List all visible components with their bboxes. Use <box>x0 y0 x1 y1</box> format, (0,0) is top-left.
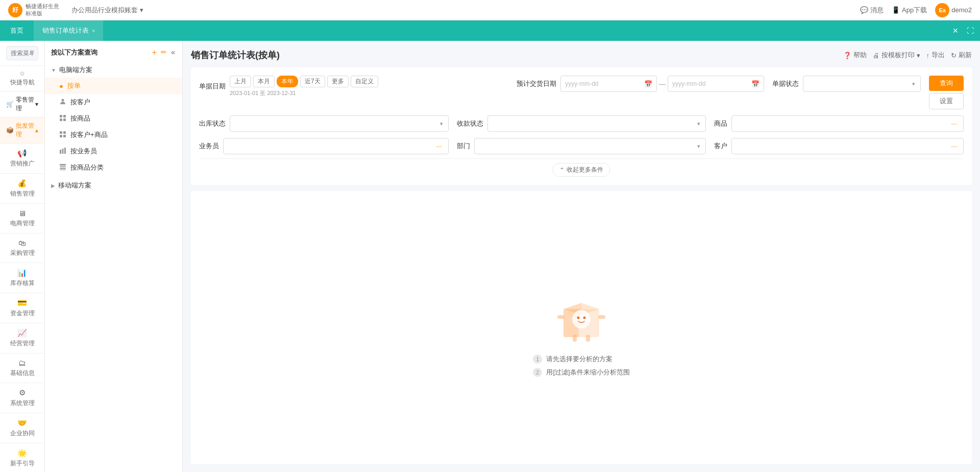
page-title: 销售订单统计表(按单) <box>191 49 280 61</box>
scheme-section-pc: ▼ 电脑端方案 ● 按单 按客户 <box>45 62 182 176</box>
customer-more-button[interactable]: ··· <box>949 142 959 150</box>
salesman-more-button[interactable]: ··· <box>434 142 444 150</box>
add-scheme-button[interactable]: + <box>151 47 158 58</box>
sidebar-item-wholesale[interactable]: 📦 批发管理 ▴ <box>0 117 44 144</box>
sidebar-search-area <box>0 41 44 66</box>
tab-close-all-icon[interactable]: ✕ <box>950 25 961 37</box>
date-btn-this-year[interactable]: 本年 <box>277 76 298 87</box>
page-header: 销售订单统计表(按单) ❓ 帮助 🖨 按模板打印 ▾ ↑ 导出 <box>191 49 972 61</box>
app-download-button[interactable]: 📱 App下载 <box>892 6 927 15</box>
date-btn-custom[interactable]: 自定义 <box>351 76 378 87</box>
hint-num-2: 2 <box>533 368 542 377</box>
expected-date-label: 预计交货日期 <box>517 79 556 88</box>
settings-button[interactable]: 设置 <box>929 93 964 109</box>
management-icon: 📈 <box>17 328 27 338</box>
pc-section-title[interactable]: ▼ 电脑端方案 <box>45 62 182 78</box>
date-btn-last-month[interactable]: 上月 <box>230 76 251 87</box>
goods-more-button[interactable]: ··· <box>949 120 959 128</box>
sidebar-item-basics[interactable]: 🗂 基础信息 <box>0 353 44 383</box>
department-select[interactable]: ▾ <box>474 138 706 154</box>
empty-hint-1: 1 请先选择要分析的方案 <box>533 355 629 364</box>
circle-icon: ● <box>59 82 63 90</box>
edit-scheme-button[interactable]: ✏ <box>160 47 168 58</box>
logo-icon: 好 <box>8 3 22 17</box>
tab-expand-icon[interactable]: ⛶ <box>965 25 976 37</box>
out-status-select[interactable]: ▾ <box>230 115 449 132</box>
scheme-item-by-order[interactable]: ● 按单 <box>45 78 182 94</box>
expected-end-input[interactable]: yyyy-mm-dd <box>672 80 749 87</box>
sidebar-item-sales[interactable]: 💰 销售管理 <box>0 174 44 204</box>
sidebar-item-ecommerce[interactable]: 🖥 电商管理 <box>0 204 44 233</box>
message-icon: 💬 <box>860 6 868 14</box>
svg-rect-1 <box>60 115 62 117</box>
svg-rect-8 <box>63 135 66 137</box>
chevron-down-icon: ▾ <box>140 6 143 14</box>
scheme-item-by-category[interactable]: 按商品分类 <box>45 159 182 176</box>
date-btn-7days[interactable]: 近7天 <box>300 76 325 87</box>
svg-rect-7 <box>60 135 62 137</box>
svg-rect-11 <box>64 148 66 154</box>
scheme-item-by-salesman[interactable]: 按业务员 <box>45 143 182 159</box>
scheme-item-by-goods[interactable]: 按商品 <box>45 110 182 127</box>
empty-hint-2: 2 用[过滤]条件来缩小分析范围 <box>533 368 629 377</box>
svg-rect-15 <box>60 170 66 170</box>
expected-start-input[interactable]: yyyy-mm-dd <box>565 80 642 87</box>
print-button[interactable]: 🖨 按模板打印 ▾ <box>873 51 920 60</box>
help-button[interactable]: ❓ 帮助 <box>843 51 867 60</box>
chevron-up-icon: ▴ <box>35 127 38 134</box>
svg-rect-14 <box>60 168 66 169</box>
search-input[interactable] <box>6 46 38 60</box>
mobile-section-title[interactable]: ▶ 移动端方案 <box>45 178 182 193</box>
department-arrow: ▾ <box>697 143 700 150</box>
collapse-row: ⌃ 收起更多条件 <box>199 158 964 181</box>
grid2-icon <box>59 131 66 139</box>
query-button[interactable]: 查询 <box>929 76 964 91</box>
export-button[interactable]: ↑ 导出 <box>926 51 945 60</box>
sidebar-item-shortcut[interactable]: ☆ 快捷导航 <box>0 66 44 91</box>
date-btn-more[interactable]: 更多 <box>327 76 349 87</box>
sidebar-item-system[interactable]: ⚙ 系统管理 <box>0 383 44 413</box>
sidebar-item-inventory[interactable]: 📊 库存核算 <box>0 263 44 293</box>
out-status-label: 出库状态 <box>199 119 226 128</box>
calendar-start-icon[interactable]: 📅 <box>644 80 652 88</box>
empty-state-container: 1 请先选择要分析的方案 2 用[过滤]条件来缩小分析范围 <box>191 191 972 464</box>
sidebar-item-retail[interactable]: 🛒 零售管理 ▾ <box>0 91 44 117</box>
system-icon: ⚙ <box>19 388 26 397</box>
sidebar-item-marketing[interactable]: 📢 营销推广 <box>0 144 44 174</box>
message-button[interactable]: 💬 消息 <box>860 6 884 15</box>
sidebar-item-finance[interactable]: 💳 资金管理 <box>0 293 44 323</box>
calendar-end-icon[interactable]: 📅 <box>751 80 760 88</box>
date-btn-this-month[interactable]: 本月 <box>253 76 275 87</box>
bill-status-select[interactable]: ▾ <box>803 76 921 92</box>
empty-hints: 1 请先选择要分析的方案 2 用[过滤]条件来缩小分析范围 <box>533 355 629 377</box>
svg-point-18 <box>572 310 591 328</box>
panel-header: 按以下方案查询 + ✏ « <box>45 47 182 62</box>
tab-close-button[interactable]: × <box>92 28 95 34</box>
collapse-panel-button[interactable]: « <box>170 47 176 58</box>
sales-icon: 💰 <box>17 179 27 188</box>
empty-state: 1 请先选择要分析的方案 2 用[过滤]条件来缩小分析范围 <box>191 278 972 377</box>
sidebar-item-enterprise[interactable]: 🤝 企业协同 <box>0 413 44 443</box>
printer-icon: 🖨 <box>873 52 879 59</box>
scheme-item-by-customer[interactable]: 按客户 <box>45 94 182 110</box>
department-label: 部门 <box>457 141 470 151</box>
refresh-button[interactable]: ↻ 刷新 <box>951 51 972 60</box>
app-selector[interactable]: 办公用品行业模拟账套 ▾ <box>71 6 143 15</box>
scheme-item-by-customer-goods[interactable]: 按客户+商品 <box>45 127 182 143</box>
sidebar-item-management[interactable]: 📈 经营管理 <box>0 323 44 353</box>
sidebar-item-purchase[interactable]: 🛍 采购管理 <box>0 233 44 263</box>
sidebar-item-newbie[interactable]: 🌟 新手引导 <box>0 443 44 472</box>
collapse-button[interactable]: ⌃ 收起更多条件 <box>553 163 610 177</box>
bill-date-label: 单据日期 <box>199 82 226 91</box>
svg-rect-13 <box>60 166 66 167</box>
tab-current[interactable]: 销售订单统计表 × <box>34 20 103 41</box>
svg-point-20 <box>583 316 586 319</box>
salesman-label: 业务员 <box>199 141 219 151</box>
user-menu[interactable]: Ea demo2 <box>935 3 972 17</box>
svg-rect-4 <box>63 119 66 121</box>
tab-home[interactable]: 首页 <box>0 20 34 41</box>
logo-text: 畅捷通好生意 标准版 <box>26 3 59 16</box>
ecommerce-icon: 🖥 <box>18 209 26 218</box>
svg-point-0 <box>62 99 64 101</box>
receipt-status-select[interactable]: ▾ <box>487 115 706 132</box>
